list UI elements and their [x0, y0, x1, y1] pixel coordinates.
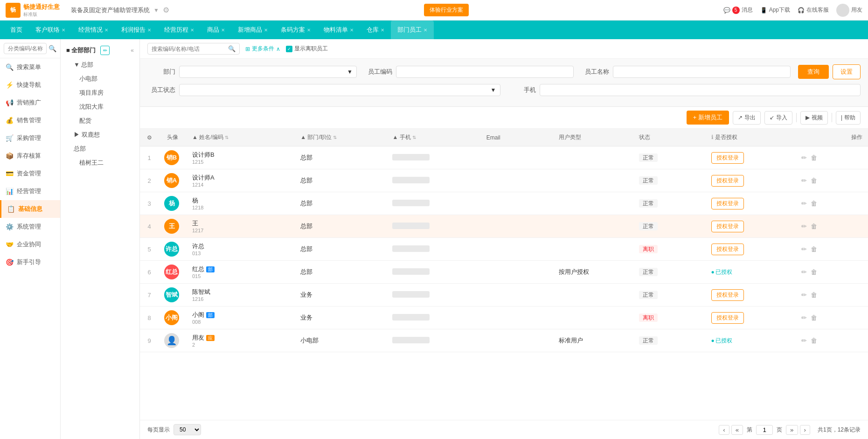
tab-process[interactable]: 经营历程 ✕ [158, 21, 201, 39]
status-filter-select[interactable]: ▼ [179, 84, 500, 96]
delete-icon[interactable]: 🗑 [811, 268, 817, 276]
page-size-select[interactable]: 50 100 [174, 424, 201, 435]
tab-dept-staff[interactable]: 部门员工 ✕ [391, 21, 434, 39]
add-employee-button[interactable]: + 新增员工 [687, 111, 729, 125]
phone-input[interactable] [540, 84, 861, 96]
dept-item-peihuo[interactable]: 配货 [61, 114, 139, 128]
auth-login-btn[interactable]: 授权登录 [711, 312, 744, 324]
ops-cell: ✏ 🗑 [796, 192, 868, 215]
setting-button[interactable]: 设置 [833, 64, 861, 79]
auth-login-btn[interactable]: 授权登录 [711, 221, 744, 232]
sidebar-item-finance[interactable]: 💳 资金管理 [0, 165, 60, 182]
edit-icon[interactable]: ✏ [801, 337, 807, 344]
search-input[interactable] [152, 46, 226, 52]
edit-icon[interactable]: ✏ [801, 291, 807, 299]
dept-item-zongbu[interactable]: ▼ 总部 [61, 58, 139, 72]
dept-item-zhishu[interactable]: 植树王二 [61, 156, 139, 170]
export-button[interactable]: ↗ 导出 [733, 111, 761, 125]
sidebar-item-search[interactable]: 🔍 搜索菜单 [0, 58, 60, 76]
tab-operation[interactable]: 经营情况 ✕ [72, 21, 115, 39]
tab-goods[interactable]: 商品 ✕ [201, 21, 231, 39]
col-header-name[interactable]: ▲ 姓名/编码 ⇅ [187, 129, 295, 146]
dept-item-shuangluxiang[interactable]: ▶ 双鹿想 [61, 128, 139, 142]
auth-cell: 授权登录 [706, 146, 796, 169]
delete-icon[interactable]: 🗑 [811, 291, 817, 299]
sidebar-item-guide[interactable]: 🎯 新手引导 [0, 253, 60, 271]
import-button[interactable]: ↙ 导入 [764, 111, 792, 125]
table-row: 3 杨 杨 1218 总部 正常 授权登录 ✏ 🗑 [140, 192, 868, 215]
edit-icon[interactable]: ✏ [801, 314, 807, 321]
sidebar-item-sales[interactable]: 💰 销售管理 [0, 111, 60, 129]
experience-button[interactable]: 体验行业方案 [424, 4, 469, 16]
next-page-btn[interactable]: › [800, 425, 810, 435]
delete-icon[interactable]: 🗑 [811, 337, 817, 344]
auth-login-btn[interactable]: 授权登录 [711, 175, 744, 187]
last-page-btn[interactable]: » [786, 425, 798, 435]
more-conditions-btn[interactable]: ⊞ 更多条件 ∧ [245, 45, 280, 53]
first-page-btn[interactable]: « [731, 425, 743, 435]
delete-icon[interactable]: 🗑 [811, 154, 817, 161]
auth-login-btn[interactable]: 授权登录 [711, 244, 744, 255]
tab-bom[interactable]: 物料清单 ✕ [317, 21, 360, 39]
col-header-phone[interactable]: ▲ 手机 ⇅ [387, 129, 480, 146]
help-button[interactable]: | 帮助 [836, 111, 861, 125]
settings-icon[interactable]: ⚙ [163, 6, 169, 14]
tab-new-goods[interactable]: 新增商品 ✕ [231, 21, 274, 39]
dept-cell: 总部 [295, 238, 387, 261]
edit-icon[interactable]: ✏ [801, 245, 807, 253]
message-btn[interactable]: 💬 5 消息 [723, 6, 753, 14]
app-download-btn[interactable]: 📱 App下载 [760, 6, 790, 14]
dept-collapse-btn[interactable]: « [131, 47, 134, 54]
dropdown-arrow-icon[interactable]: ▼ [153, 7, 159, 14]
show-resigned-checkbox[interactable]: ✓ 显示离职员工 [286, 45, 328, 53]
avatar-cell: 许总 [159, 238, 187, 261]
tab-profit[interactable]: 利润报告 ✕ [115, 21, 158, 39]
edit-icon[interactable]: ✏ [801, 223, 807, 230]
edit-icon[interactable]: ✏ [801, 154, 807, 161]
edit-icon[interactable]: ✏ [801, 268, 807, 276]
sidebar-item-nav[interactable]: ⚡ 快捷导航 [0, 76, 60, 94]
user-avatar-btn[interactable]: 用友 [836, 4, 862, 17]
tab-home[interactable]: 首页 [4, 21, 29, 39]
empcode-input[interactable] [396, 66, 574, 78]
resigned-cb[interactable]: ✓ [286, 46, 292, 52]
sidebar-item-purchase[interactable]: 🛒 采购管理 [0, 129, 60, 147]
auth-login-btn[interactable]: 授权登录 [711, 289, 744, 301]
sidebar-search-input[interactable] [4, 43, 47, 54]
auth-login-btn[interactable]: 授权登录 [711, 152, 744, 164]
dept-filter-select[interactable]: ▼ [179, 66, 357, 78]
sidebar-item-inventory[interactable]: 📦 库存核算 [0, 147, 60, 165]
edit-icon[interactable]: ✏ [801, 177, 807, 184]
sidebar-item-collab[interactable]: 🤝 企业协同 [0, 236, 60, 253]
dept-item-xiangmu[interactable]: 项目库房 [61, 86, 139, 100]
delete-icon[interactable]: 🗑 [811, 177, 817, 184]
auth-login-btn[interactable]: 授权登录 [711, 198, 744, 209]
edit-icon[interactable]: ✏ [801, 200, 807, 207]
prev-page-btn[interactable]: ‹ [719, 425, 729, 435]
video-button[interactable]: ▶ 视频 [800, 111, 828, 125]
dept-item-xiaodian[interactable]: 小电部 [61, 72, 139, 86]
col-header-dept[interactable]: ▲ 部门/职位 ⇅ [295, 129, 387, 146]
sidebar-item-management[interactable]: 📊 经营管理 [0, 182, 60, 200]
search-button[interactable]: 查询 [798, 65, 829, 79]
sidebar-item-system[interactable]: ⚙️ 系统管理 [0, 218, 60, 236]
dept-item-zongbu2[interactable]: 总部 [61, 142, 139, 156]
online-service-btn[interactable]: 🎧 在线客服 [798, 6, 829, 14]
dept-edit-icon[interactable]: ✏ [100, 46, 110, 55]
delete-icon[interactable]: 🗑 [811, 200, 817, 207]
tab-customer[interactable]: 客户联络 ✕ [29, 21, 72, 39]
search-icon[interactable]: 🔍 [228, 45, 236, 52]
sidebar-item-base[interactable]: 📋 基础信息 [0, 200, 60, 218]
dept-item-shenyang[interactable]: 沈阳大库 [61, 100, 139, 114]
delete-icon[interactable]: 🗑 [811, 314, 817, 321]
page-number-input[interactable] [756, 425, 773, 435]
sidebar-item-marketing[interactable]: 📢 营销推广 [0, 94, 60, 111]
empname-input[interactable] [613, 66, 791, 78]
col-header-settings[interactable]: ⚙ [140, 129, 159, 146]
delete-icon[interactable]: 🗑 [811, 223, 817, 230]
table-row: 9 👤 用友应 2 小电部 标准用户 正常 ●已授权 ✏ 🗑 [140, 329, 868, 352]
row-num: 7 [140, 284, 159, 307]
tab-barcode[interactable]: 条码方案 ✕ [274, 21, 317, 39]
tab-warehouse[interactable]: 仓库 ✕ [360, 21, 391, 39]
delete-icon[interactable]: 🗑 [811, 245, 817, 253]
